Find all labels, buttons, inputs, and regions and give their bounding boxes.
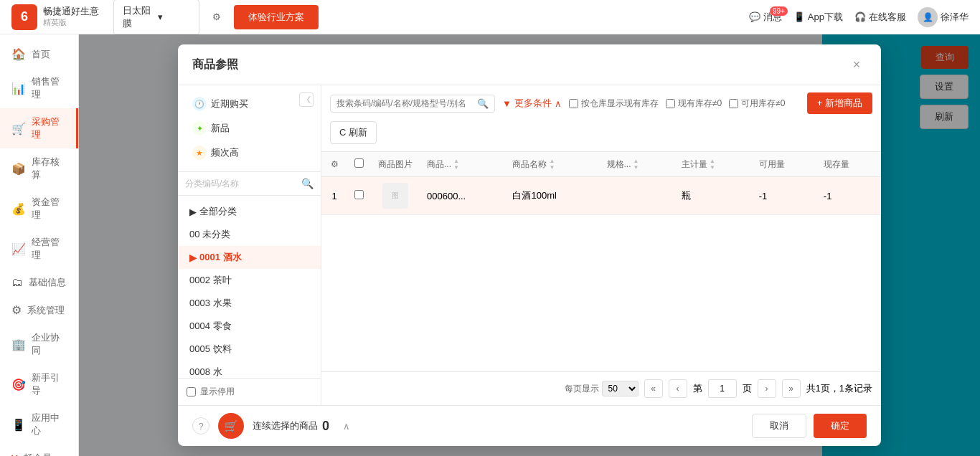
page-number-input[interactable] [708, 379, 737, 398]
prev-page-button[interactable]: ‹ [669, 379, 687, 398]
quick-item-freq[interactable]: ★ 频次高 [185, 141, 295, 164]
page-size-select: 每页显示 50 10 20 100 [565, 381, 639, 396]
filter-label: 更多条件 [514, 97, 552, 110]
sidebar-label-purchase: 采购管理 [32, 115, 65, 141]
row-spec [600, 177, 675, 215]
nav-online-service[interactable]: 🎧 在线客服 [854, 11, 906, 24]
category-search-icon[interactable]: 🔍 [301, 178, 314, 189]
sidebar-item-enterprise[interactable]: 🏢 企业协同 [0, 324, 78, 364]
next-page-button[interactable]: › [758, 379, 776, 398]
cat-0003[interactable]: 0003 水果 [178, 292, 321, 315]
nav-app-download[interactable]: 📱 App下载 [793, 11, 843, 24]
page-size-label: 每页显示 [565, 383, 599, 395]
sidebar-item-inventory[interactable]: 📦 库存核算 [0, 148, 78, 189]
modal-overlay: 商品参照 × 🕐 近期购买 [79, 34, 980, 456]
cat-0005[interactable]: 0005 饮料 [178, 338, 321, 361]
th-name-sort[interactable]: 商品名称 ▲▼ [512, 158, 592, 171]
main-content: 查询 设置 刷新 商品参照 × [79, 34, 980, 456]
sidebar-item-guide[interactable]: 🎯 新手引导 [0, 364, 78, 404]
cancel-button[interactable]: 取消 [752, 414, 806, 438]
sidebar-item-sales[interactable]: 📊 销售管理 [0, 68, 78, 108]
sidebar: 🏠 首页 📊 销售管理 🛒 采购管理 📦 库存核算 💰 资金管理 📈 经营管理 … [0, 34, 79, 456]
sidebar-item-home[interactable]: 🏠 首页 [0, 40, 78, 68]
sidebar-item-basic[interactable]: 🗂 基础信息 [0, 269, 78, 296]
th-code-sort[interactable]: 商品... ▲▼ [427, 158, 498, 171]
total-info: 共1页，1条记录 [806, 382, 872, 395]
sidebar-item-system[interactable]: ⚙ 系统管理 [0, 296, 78, 324]
avatar: 👤 [918, 7, 938, 27]
page-size-dropdown[interactable]: 50 10 20 100 [602, 381, 639, 396]
help-icon[interactable]: ? [192, 417, 209, 434]
cat-0002[interactable]: 0002 茶叶 [178, 269, 321, 292]
product-available: -1 [759, 191, 768, 201]
category-search-box: 🔍 [178, 172, 321, 196]
th-spec-sort[interactable]: 规格... ▲▼ [607, 158, 668, 171]
cat-0001-label: 0001 酒水 [199, 251, 242, 264]
product-search-icon[interactable]: 🔍 [477, 98, 489, 109]
add-product-button[interactable]: + 新增商品 [807, 92, 872, 114]
show-disabled-area: 显示停用 [178, 378, 321, 405]
cat-all[interactable]: ▶ 全部分类 [178, 200, 321, 223]
settings-icon[interactable]: ⚙ [205, 6, 228, 29]
logo-icon: 6 [11, 4, 37, 30]
current-stock-checkbox[interactable] [666, 99, 675, 108]
th-spec-label: 规格... [607, 158, 631, 171]
refresh-button[interactable]: C 刷新 [330, 121, 377, 144]
cat-0001[interactable]: ▶ 0001 酒水 [178, 246, 321, 269]
nav-user[interactable]: 👤 徐泽华 [918, 7, 969, 27]
cat-0004[interactable]: 0004 零食 [178, 315, 321, 338]
row-checkbox[interactable] [354, 190, 364, 199]
quick-item-new[interactable]: ✦ 新品 [185, 117, 295, 140]
product-search-input[interactable] [336, 98, 473, 108]
table-row[interactable]: 1 图 000 [321, 177, 881, 215]
cat-0001-arrow: ▶ [189, 252, 197, 263]
show-disabled-checkbox[interactable] [187, 387, 196, 396]
sidebar-item-purchase[interactable]: 🛒 采购管理 [0, 108, 78, 148]
select-all-checkbox[interactable] [354, 158, 364, 168]
cat-0008[interactable]: 0008 水 [178, 361, 321, 378]
last-page-button[interactable]: » [782, 379, 801, 398]
message-icon: 💬 [749, 11, 760, 22]
th-unit-sort[interactable]: 主计量 ▲▼ [682, 158, 745, 171]
confirm-button[interactable]: 确定 [814, 414, 867, 438]
warehouse-stock-checkbox[interactable] [569, 99, 578, 108]
cat-all-label: 全部分类 [199, 205, 237, 218]
th-stock-label: 现存量 [824, 159, 849, 169]
main-layout: 🏠 首页 📊 销售管理 🛒 采购管理 📦 库存核算 💰 资金管理 📈 经营管理 … [0, 34, 980, 456]
sidebar-item-member[interactable]: V 畅会员 [0, 445, 78, 456]
sidebar-item-business[interactable]: 📈 经营管理 [0, 229, 78, 269]
recent-icon: 🕐 [192, 97, 207, 111]
quick-item-recent[interactable]: 🕐 近期购买 [185, 92, 295, 115]
first-page-button[interactable]: « [644, 379, 663, 398]
nav-dropdown[interactable]: 日太阳膜 ▾ [113, 0, 199, 35]
logo: 6 畅捷通好生意 精英版 [11, 4, 99, 30]
sidebar-item-finance[interactable]: 💰 资金管理 [0, 189, 78, 229]
sidebar-label-system: 系统管理 [27, 304, 65, 317]
trial-button[interactable]: 体验行业方案 [234, 5, 319, 29]
sales-icon: 📊 [11, 82, 26, 95]
cart-button[interactable]: 🛒 [218, 413, 244, 439]
available-stock-checkbox[interactable] [729, 99, 738, 108]
sidebar-item-apps[interactable]: 📱 应用中心 [0, 404, 78, 445]
filter-button[interactable]: ▼ 更多条件 ∧ [502, 97, 562, 110]
cat-0002-label: 0002 茶叶 [189, 274, 232, 287]
collapse-footer-button[interactable]: ∧ [338, 417, 355, 434]
system-icon: ⚙ [11, 303, 22, 317]
sidebar-label-finance: 资金管理 [32, 196, 67, 222]
quick-actions: 🕐 近期购买 ✦ 新品 ★ 频次高 [178, 85, 321, 172]
table-settings-icon[interactable]: ⚙ [331, 159, 339, 169]
guide-icon: 🎯 [11, 378, 26, 391]
warehouse-stock-checkbox-label[interactable]: 按仓库显示现有库存 [569, 98, 659, 110]
nav-message[interactable]: 💬 消息 99+ [749, 11, 782, 24]
message-badge: 99+ [770, 6, 788, 16]
collapse-left-button[interactable]: 《 [299, 92, 314, 107]
cat-00[interactable]: 00 未分类 [178, 223, 321, 246]
quick-recent-label: 近期购买 [211, 98, 248, 110]
row-stock: -1 [816, 177, 881, 215]
current-stock-checkbox-label[interactable]: 现有库存≠0 [666, 98, 722, 110]
modal-close-button[interactable]: × [847, 54, 867, 75]
th-image-label: 商品图片 [378, 159, 413, 169]
th-check [347, 152, 371, 177]
category-search-input[interactable] [185, 179, 297, 189]
available-stock-checkbox-label[interactable]: 可用库存≠0 [729, 98, 785, 110]
